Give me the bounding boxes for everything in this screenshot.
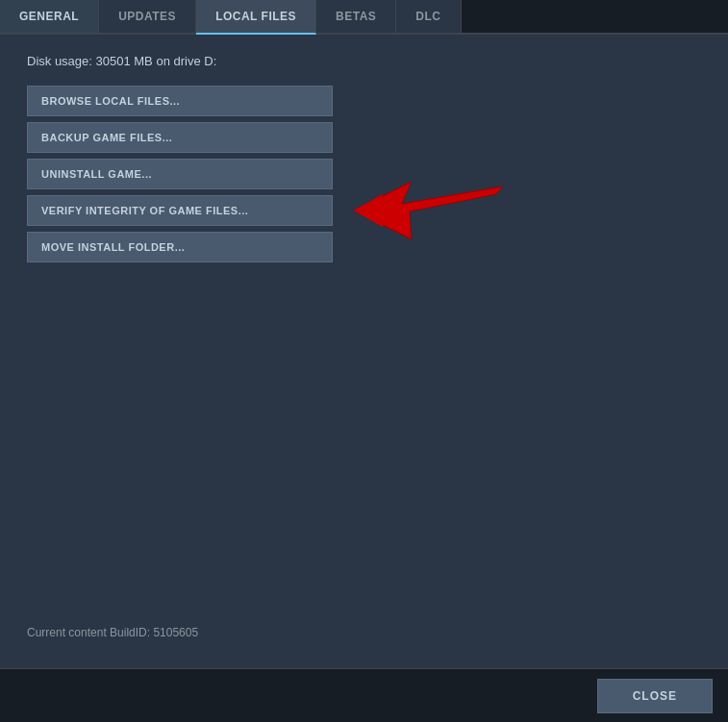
verify-integrity-button[interactable]: VERIFY INTEGRITY OF GAME FILES...	[27, 195, 333, 226]
backup-game-files-button[interactable]: BACKUP GAME FILES...	[27, 122, 333, 153]
svg-marker-0	[354, 182, 503, 239]
browse-local-files-button[interactable]: BROWSE LOCAL FILES...	[27, 86, 333, 116]
annotation-arrow	[354, 177, 508, 244]
tab-general[interactable]: GENERAL	[0, 0, 99, 33]
action-buttons-section: BROWSE LOCAL FILES... BACKUP GAME FILES.…	[27, 86, 701, 262]
svg-marker-1	[354, 194, 383, 227]
footer: CLOSE	[0, 668, 728, 722]
build-id-label: Current content BuildID: 5105605	[27, 626, 701, 649]
disk-usage-label: Disk usage: 30501 MB on drive D:	[27, 54, 701, 68]
close-button[interactable]: CLOSE	[597, 679, 713, 713]
tab-dlc[interactable]: DLC	[396, 0, 461, 33]
tab-bar: GENERAL UPDATES LOCAL FILES BETAS DLC	[0, 0, 728, 35]
uninstall-game-button[interactable]: UNINSTALL GAME...	[27, 159, 333, 189]
tab-updates[interactable]: UPDATES	[99, 0, 196, 33]
tab-betas[interactable]: BETAS	[316, 0, 396, 33]
main-content: Disk usage: 30501 MB on drive D: BROWSE …	[0, 35, 728, 668]
tab-local-files[interactable]: LOCAL FILES	[196, 0, 316, 35]
move-install-folder-button[interactable]: MOVE INSTALL FOLDER...	[27, 232, 333, 262]
